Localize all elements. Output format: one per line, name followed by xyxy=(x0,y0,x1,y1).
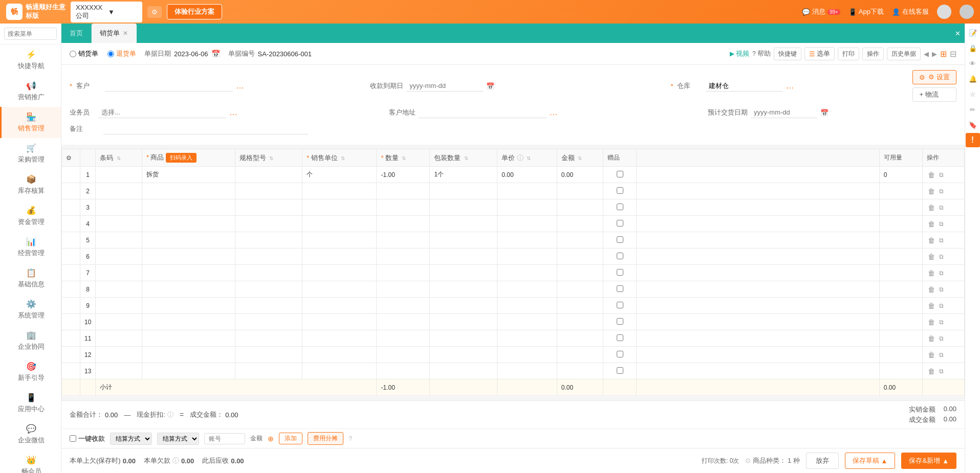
add-payment-btn[interactable]: 添加 xyxy=(279,433,302,444)
row7-copy-btn[interactable]: ⧉ xyxy=(938,268,945,278)
row1-copy-btn[interactable]: ⧉ xyxy=(938,170,945,179)
sidebar-item-apps[interactable]: 📱 应用中心 xyxy=(0,388,61,419)
row1-unit-price[interactable]: 0.00 xyxy=(497,167,557,183)
calendar-icon[interactable]: 📅 xyxy=(211,50,220,58)
row7-delete-btn[interactable]: 🗑 xyxy=(927,268,936,278)
sidebar-item-enterprise[interactable]: 🏢 企业协同 xyxy=(0,325,61,356)
one-click-payment-label[interactable]: 一键收款 xyxy=(70,434,105,443)
return-order-radio[interactable] xyxy=(107,51,114,57)
row1-pkg-qty[interactable]: 1个 xyxy=(430,167,497,183)
video-btn[interactable]: ▶ 视频 xyxy=(730,49,749,58)
delivery-calendar-icon[interactable]: 📅 xyxy=(820,109,829,117)
tab-close-icon[interactable]: ✕ xyxy=(123,30,128,37)
row1-barcode[interactable] xyxy=(96,167,142,183)
expense-help-icon[interactable]: ? xyxy=(349,435,352,442)
customer-address-input[interactable] xyxy=(419,107,547,118)
row1-unit[interactable]: 个 xyxy=(302,167,377,183)
unit-sort-icon[interactable]: ⇅ xyxy=(341,155,345,161)
total-owe-info[interactable]: ⓘ xyxy=(172,456,179,465)
order-settings-btn[interactable]: ⚙ ⚙ 设置 xyxy=(912,70,956,84)
row12-delete-btn[interactable]: 🗑 xyxy=(927,350,936,360)
row1-delete-btn[interactable]: 🗑 xyxy=(927,170,936,180)
print-btn[interactable]: 打印 xyxy=(838,48,859,60)
payment-date-calendar-icon[interactable]: 📅 xyxy=(486,82,494,90)
operations-btn[interactable]: 操作 xyxy=(862,48,884,60)
sidebar-item-basic-info[interactable]: 📋 基础信息 xyxy=(0,263,61,294)
row3-copy-btn[interactable]: ⧉ xyxy=(938,203,945,212)
row13-copy-btn[interactable]: ⧉ xyxy=(938,367,945,376)
close-all-icon[interactable]: ✕ xyxy=(955,30,961,37)
rt-view-icon[interactable]: 👁 xyxy=(966,56,980,71)
row3-delete-btn[interactable]: 🗑 xyxy=(927,202,936,213)
sidebar-item-purchase[interactable]: 🛒 采购管理 xyxy=(0,138,61,169)
rt-bell-icon[interactable]: 🔔 xyxy=(966,72,980,86)
rt-notes-icon[interactable]: 📝 xyxy=(966,26,980,40)
notes-input[interactable] xyxy=(103,123,308,134)
row1-quantity[interactable]: -1.00 xyxy=(377,167,430,183)
list-view-icon[interactable]: ⊟ xyxy=(950,49,956,59)
row4-delete-btn[interactable]: 🗑 xyxy=(927,219,936,229)
row2-copy-btn[interactable]: ⧉ xyxy=(938,187,945,196)
prev-icon[interactable]: ◀ xyxy=(924,50,929,58)
row2-delete-btn[interactable]: 🗑 xyxy=(927,186,936,196)
salesperson-input[interactable] xyxy=(98,107,226,118)
next-icon[interactable]: ▶ xyxy=(932,50,937,58)
scan-btn[interactable]: 扫码录入 xyxy=(166,153,197,163)
customer-address-dots[interactable]: … xyxy=(550,108,558,117)
row12-copy-btn[interactable]: ⧉ xyxy=(938,350,945,359)
trial-btn[interactable]: 体验行业方案 xyxy=(167,4,222,19)
sidebar-item-operations[interactable]: 📊 经营管理 xyxy=(0,232,61,263)
sidebar-item-system[interactable]: ⚙️ 系统管理 xyxy=(0,294,61,325)
sales-order-radio[interactable] xyxy=(70,51,76,57)
app-download-btn[interactable]: 📱 App下载 xyxy=(848,7,884,16)
amount-sort-icon[interactable]: ⇅ xyxy=(578,155,582,161)
avatar[interactable] xyxy=(937,5,951,19)
price-sort-icon[interactable]: ⇅ xyxy=(527,155,531,161)
sidebar-item-member[interactable]: 👑 畅会员 xyxy=(0,450,61,473)
delivery-date-input[interactable] xyxy=(751,107,817,118)
row13-delete-btn[interactable]: 🗑 xyxy=(927,366,936,376)
history-btn[interactable]: 历史单据 xyxy=(887,48,921,60)
row5-copy-btn[interactable]: ⧉ xyxy=(938,236,945,245)
rt-edit-icon[interactable]: ✏ xyxy=(966,102,980,117)
row11-delete-btn[interactable]: 🗑 xyxy=(927,333,936,344)
expense-btn[interactable]: 费用分摊 xyxy=(308,432,343,445)
row8-delete-btn[interactable]: 🗑 xyxy=(927,284,936,295)
row5-delete-btn[interactable]: 🗑 xyxy=(927,235,936,245)
return-order-radio-label[interactable]: 退货单 xyxy=(107,49,136,58)
row4-copy-btn[interactable]: ⧉ xyxy=(938,219,945,229)
row1-amount[interactable]: 0.00 xyxy=(557,167,603,183)
salesperson-dots[interactable]: … xyxy=(229,108,237,117)
save-new-btn[interactable]: 保存&新增 ▲ xyxy=(901,453,956,469)
row6-copy-btn[interactable]: ⧉ xyxy=(938,252,945,261)
sidebar-search-input[interactable] xyxy=(4,28,57,40)
sidebar-item-inventory[interactable]: 📦 库存核算 xyxy=(0,169,61,200)
unit-price-info-icon[interactable]: ⓘ xyxy=(517,154,524,162)
save-draft-btn[interactable]: 保存草稿 ▲ xyxy=(845,453,896,469)
settlement-select[interactable]: 结算方式 xyxy=(110,433,152,445)
sidebar-item-quick-nav[interactable]: ⚡ 快捷导航 xyxy=(0,44,61,76)
row8-copy-btn[interactable]: ⧉ xyxy=(938,285,945,294)
rt-lock-icon[interactable]: 🔒 xyxy=(966,41,980,55)
warehouse-dots[interactable]: … xyxy=(786,81,794,91)
row10-copy-btn[interactable]: ⧉ xyxy=(938,318,945,327)
payment-date-input[interactable] xyxy=(406,80,483,92)
account-input[interactable] xyxy=(204,433,245,444)
avatar-2[interactable] xyxy=(960,5,974,19)
col-settings[interactable]: ⚙ xyxy=(62,149,80,167)
discount-info-icon[interactable]: ⓘ xyxy=(167,411,173,419)
rt-active-icon[interactable]: ! xyxy=(966,133,980,147)
product-type-info-icon[interactable]: ⊙ xyxy=(745,457,751,464)
help-btn[interactable]: ? 帮助 xyxy=(752,49,771,58)
barcode-sort-icon[interactable]: ⇅ xyxy=(117,155,121,161)
sidebar-item-finance[interactable]: 💰 资金管理 xyxy=(0,200,61,232)
settlement-select-2[interactable]: 结算方式 xyxy=(157,433,199,445)
sidebar-item-marketing[interactable]: 📢 营销推广 xyxy=(0,76,61,107)
online-service-btn[interactable]: 👤 在线客服 xyxy=(892,7,929,16)
tab-home[interactable]: 首页 xyxy=(61,24,92,43)
message-btn[interactable]: 💬 消息 99+ xyxy=(802,7,840,16)
row10-delete-btn[interactable]: 🗑 xyxy=(927,317,936,327)
spec-sort-icon[interactable]: ⇅ xyxy=(269,155,273,161)
one-click-payment-checkbox[interactable] xyxy=(70,435,76,442)
rt-bookmark-icon[interactable]: 🔖 xyxy=(966,118,980,132)
